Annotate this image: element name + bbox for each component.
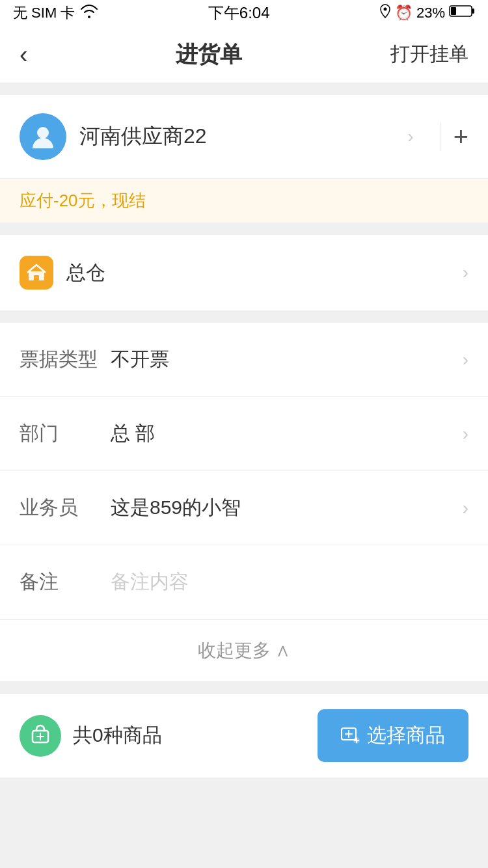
nav-bar: ‹ 进货单 打开挂单 (0, 26, 488, 83)
product-count-label: 共0种商品 (73, 722, 318, 749)
wifi-icon (80, 4, 98, 22)
salesperson-chevron-icon: › (463, 498, 468, 519)
supplier-section: 河南供应商22 › + 应付-20元，现结 (0, 95, 488, 223)
status-left: 无 SIM 卡 (13, 3, 98, 23)
svg-point-0 (383, 8, 386, 11)
salesperson-row[interactable]: 业务员 这是859的小智 › (0, 471, 488, 545)
add-supplier-button[interactable]: + (454, 124, 468, 150)
section-gap-2 (0, 223, 488, 235)
section-gap-3 (0, 311, 488, 323)
product-icon-bg (20, 715, 61, 757)
svg-rect-6 (34, 275, 39, 280)
salesperson-label: 业务员 (20, 495, 111, 521)
warehouse-row[interactable]: 总仓 › (0, 235, 488, 311)
product-bar: 共0种商品 选择商品 (0, 693, 488, 778)
back-button[interactable]: ‹ (20, 42, 28, 67)
notice-text: 应付-20元，现结 (20, 191, 146, 210)
svg-rect-3 (451, 7, 456, 15)
warehouse-section: 总仓 › (0, 235, 488, 311)
invoice-type-label: 票据类型 (20, 346, 111, 373)
remark-row[interactable]: 备注 备注内容 (0, 545, 488, 619)
status-time: 下午6:04 (208, 3, 270, 23)
salesperson-value: 这是859的小智 (111, 495, 463, 521)
open-pending-button[interactable]: 打开挂单 (390, 41, 468, 68)
select-product-button[interactable]: 选择商品 (318, 709, 468, 762)
supplier-avatar (20, 113, 66, 160)
page-background (0, 778, 488, 868)
battery-icon (449, 4, 475, 22)
department-label: 部门 (20, 420, 111, 447)
battery-label: 23% (416, 5, 445, 21)
invoice-type-chevron-icon: › (463, 349, 468, 370)
department-value: 总 部 (111, 420, 463, 447)
select-product-label: 选择商品 (367, 722, 445, 749)
page-title: 进货单 (176, 40, 242, 70)
warehouse-icon-bg (20, 256, 53, 290)
svg-point-4 (37, 127, 49, 139)
svg-rect-2 (472, 8, 474, 14)
supplier-divider (440, 122, 441, 151)
location-icon (379, 4, 391, 22)
collapse-button[interactable]: 收起更多 ∧ (0, 619, 488, 681)
notice-bar: 应付-20元，现结 (0, 179, 488, 223)
supplier-chevron-icon: › (407, 126, 413, 147)
invoice-type-row[interactable]: 票据类型 不开票 › (0, 323, 488, 397)
supplier-row[interactable]: 河南供应商22 › + (0, 95, 488, 179)
section-gap-1 (0, 83, 488, 95)
form-section: 票据类型 不开票 › 部门 总 部 › 业务员 这是859的小智 › 备注 备注… (0, 323, 488, 681)
section-gap-4 (0, 681, 488, 693)
invoice-type-value: 不开票 (111, 346, 463, 373)
alarm-icon: ⏰ (395, 5, 413, 21)
supplier-name: 河南供应商22 (79, 122, 407, 151)
sim-label: 无 SIM 卡 (13, 3, 75, 23)
department-row[interactable]: 部门 总 部 › (0, 397, 488, 471)
warehouse-chevron-icon: › (463, 262, 468, 283)
department-chevron-icon: › (463, 424, 468, 444)
status-right: ⏰ 23% (379, 4, 475, 22)
status-bar: 无 SIM 卡 下午6:04 ⏰ 23% (0, 0, 488, 26)
warehouse-label: 总仓 (66, 260, 463, 286)
remark-label: 备注 (20, 569, 111, 595)
remark-placeholder: 备注内容 (111, 569, 468, 595)
